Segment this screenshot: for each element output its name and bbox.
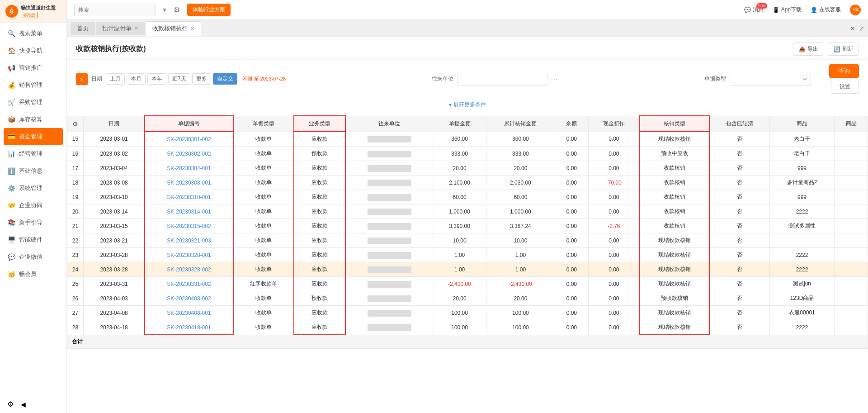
cell-product1: 衣服00001	[769, 306, 835, 320]
cell-balance: 0.00	[555, 320, 589, 335]
sidebar-item-hardware[interactable]: 🖥️ 智能硬件	[0, 231, 66, 248]
cell-date: 2023-03-02	[84, 147, 145, 161]
cell-partner: ████████	[345, 306, 433, 320]
cell-voucher-type: 收款单	[233, 190, 294, 204]
cell-write-off-type: 预收款核销	[640, 291, 709, 306]
solution-button[interactable]: 体验行业方案	[187, 4, 231, 16]
refresh-button[interactable]: 🔄 刷新	[828, 43, 859, 56]
code-link[interactable]: SK-20230301-002	[167, 136, 211, 142]
tab-expand-icon[interactable]: ⤢	[859, 25, 864, 32]
cell-num: 25	[67, 277, 84, 291]
table-row: 15 2023-03-01 SK-20230301-002 收款单 应收款 ██…	[67, 132, 868, 147]
cell-product1: 999	[769, 161, 835, 176]
code-link[interactable]: SK-20230310-001	[167, 194, 211, 200]
hardware-icon: 🖥️	[7, 236, 15, 244]
marketing-icon: 📢	[7, 64, 15, 72]
sidebar-item-funds[interactable]: 💳 资金管理	[4, 128, 63, 145]
filter-row-1: » 日期 上月 本月 本年 近7天 更多 自定义 不限 至 2023-07-26…	[76, 64, 859, 94]
receipt-tab-close[interactable]: ✕	[190, 26, 194, 32]
query-button[interactable]: 查询	[829, 64, 859, 78]
sidebar-item-guide[interactable]: 📚 新手引导	[0, 214, 66, 231]
cell-amount: 60.00	[433, 190, 486, 204]
custom-date-btn[interactable]: 自定义	[213, 73, 237, 85]
voucher-type-select[interactable]	[730, 73, 811, 85]
online-support-item[interactable]: 👤 在线客服	[811, 6, 841, 14]
expand-more-btn[interactable]: ▾ 展开更多条件	[76, 99, 859, 110]
setting-button[interactable]: 设置	[831, 80, 859, 94]
operations-icon: 📊	[7, 150, 15, 158]
cell-balance: 0.00	[555, 204, 589, 219]
code-link[interactable]: SK-20230408-001	[167, 310, 211, 316]
app-download-item[interactable]: 📱 App下载	[773, 6, 802, 14]
cell-write-off: 20.00	[486, 161, 555, 176]
cell-code: SK-20230403-002	[145, 291, 233, 306]
cell-code: SK-20230302-002	[145, 147, 233, 161]
sidebar-item-inventory[interactable]: 📦 库存核算	[0, 111, 66, 128]
sidebar-item-wechat[interactable]: 💬 企业微信	[0, 248, 66, 266]
last-month-btn[interactable]: 上月	[106, 73, 125, 85]
tab-payable[interactable]: 预计应付单 ✕	[96, 22, 145, 35]
tabs-bar: 首页 预计应付单 ✕ 收款核销执行 ✕ ✕ ⤢	[67, 20, 868, 37]
settings-icon[interactable]: ⚙	[7, 400, 14, 408]
this-month-btn[interactable]: 本月	[127, 73, 146, 85]
sidebar-item-quicknav[interactable]: 🏠 快捷导航	[0, 42, 66, 59]
collapse-icon[interactable]: ◀	[21, 401, 26, 408]
sidebar-item-enterprise[interactable]: 🤝 企业协同	[0, 197, 66, 214]
user-item[interactable]: Rit	[850, 5, 861, 15]
sidebar-item-basic[interactable]: ℹ️ 基础信息	[0, 162, 66, 180]
sidebar-item-purchase[interactable]: 🛒 采购管理	[0, 94, 66, 111]
more-btn[interactable]: 更多	[192, 73, 211, 85]
code-link[interactable]: SK-20230331-002	[167, 281, 211, 287]
cell-write-off-type: 收款核销	[640, 190, 709, 204]
sidebar-item-search[interactable]: 🔍 搜索菜单	[0, 25, 66, 42]
this-year-btn[interactable]: 本年	[147, 73, 166, 85]
messages-item[interactable]: 💬 消息 99+	[744, 6, 764, 14]
code-link[interactable]: SK-20230403-002	[167, 295, 211, 302]
code-link[interactable]: SK-20230328-001	[167, 252, 211, 258]
sidebar-item-marketing[interactable]: 📢 营销推广	[0, 59, 66, 76]
export-button[interactable]: 📤 导出	[793, 43, 824, 56]
cell-write-off: 10.00	[486, 233, 555, 248]
cell-date: 2023-04-08	[84, 306, 145, 320]
cell-num: 18	[67, 176, 84, 190]
inventory-icon: 📦	[7, 115, 15, 123]
code-link[interactable]: SK-20230302-002	[167, 151, 211, 157]
cell-date: 2023-03-21	[84, 233, 145, 248]
cell-date: 2023-03-28	[84, 248, 145, 262]
col-included: 包含已结清	[709, 116, 769, 132]
tab-home[interactable]: 首页	[71, 22, 95, 35]
code-link[interactable]: SK-20230418-001	[167, 324, 211, 331]
col-settings-icon[interactable]: ⚙	[72, 120, 78, 128]
filter-expand-button[interactable]: »	[76, 73, 88, 85]
code-link[interactable]: SK-20230321-003	[167, 237, 211, 244]
chevron-down-icon[interactable]: ▾	[163, 5, 166, 14]
tab-receipt[interactable]: 收款核销执行 ✕	[146, 21, 201, 36]
cell-voucher-type: 收款单	[233, 306, 294, 320]
topbar-search[interactable]	[74, 4, 156, 16]
cell-write-off-type: 现结收款核销	[640, 262, 709, 277]
last-7days-btn[interactable]: 近7天	[168, 73, 190, 85]
cell-biz-type: 应收款	[294, 219, 346, 233]
sidebar-item-operations[interactable]: 📊 经营管理	[0, 145, 66, 162]
code-link[interactable]: SK-20230315-002	[167, 223, 211, 229]
sidebar-item-member[interactable]: 👑 畅会员	[0, 266, 66, 283]
code-link[interactable]: SK-20230308-001	[167, 180, 211, 186]
col-gear[interactable]: ⚙	[67, 116, 84, 132]
voucher-type-label: 单据类型	[704, 75, 726, 83]
cell-num: 26	[67, 291, 84, 306]
settings-gear-icon[interactable]: ⚙	[174, 5, 180, 14]
tab-close-all-icon[interactable]: ✕	[850, 25, 855, 32]
sidebar-item-sales[interactable]: 💰 销售管理	[0, 76, 66, 94]
code-link[interactable]: SK-20230328-002	[167, 266, 211, 273]
member-icon: 👑	[7, 270, 15, 278]
partner-input[interactable]	[457, 73, 547, 85]
cell-biz-type: 应收款	[294, 176, 346, 190]
cell-product2	[835, 233, 868, 248]
code-link[interactable]: SK-20230304-001	[167, 165, 211, 171]
payable-tab-close[interactable]: ✕	[134, 25, 138, 31]
cell-product2	[835, 190, 868, 204]
cell-product2	[835, 204, 868, 219]
sidebar-item-system[interactable]: ⚙️ 系统管理	[0, 180, 66, 197]
code-link[interactable]: SK-20230314-001	[167, 209, 211, 215]
cell-code: SK-20230304-001	[145, 161, 233, 176]
